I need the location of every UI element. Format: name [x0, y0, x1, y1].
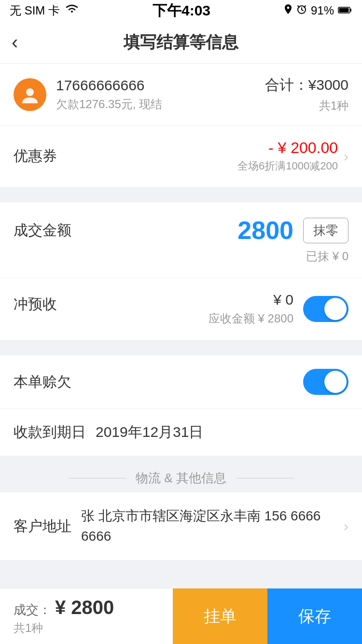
section-divider-1: [0, 195, 362, 202]
credit-card: 本单赊欠 收款到期日 2019年12月31日: [0, 355, 362, 456]
precollect-right: ¥ 0 应收金额 ¥ 2800: [209, 292, 348, 326]
svg-rect-2: [350, 9, 351, 12]
alarm-icon: [296, 4, 307, 17]
customer-phone: 17666666666: [56, 77, 162, 94]
address-section[interactable]: 客户地址 张 北京市市辖区海淀区永丰南 156 6666 6666 ›: [0, 492, 362, 560]
hang-button[interactable]: 挂单: [173, 588, 267, 644]
coupon-value: - ¥ 200.00: [237, 139, 338, 157]
address-chevron-icon: ›: [344, 518, 348, 534]
svg-point-4: [26, 88, 34, 96]
coupon-row[interactable]: 优惠券 - ¥ 200.00 全场6折满1000减200 ›: [0, 126, 362, 187]
bottom-total: 成交： ¥ 2800 共1种: [0, 597, 173, 636]
total-amount: 合计：¥3000: [265, 75, 348, 95]
deal-amount-card: 成交金额 2800 抹零 已抹 ¥ 0 冲预收 ¥ 0 应收金额 ¥ 2800: [0, 202, 362, 340]
status-right: 91%: [284, 4, 352, 17]
precollect-amount: ¥ 0: [209, 292, 293, 308]
precollect-label: 冲预收: [14, 292, 57, 314]
svg-rect-3: [339, 8, 348, 13]
round-button[interactable]: 抹零: [303, 218, 348, 243]
precollect-sub: 应收金额 ¥ 2800: [209, 311, 293, 326]
location-icon: [284, 4, 292, 17]
chevron-right-icon: ›: [344, 148, 348, 165]
avatar: [14, 78, 46, 111]
amount-row: 成交金额 2800 抹零: [14, 216, 348, 245]
duedate-value: 2019年12月31日: [96, 422, 203, 442]
bottom-deal-row: 成交： ¥ 2800: [14, 597, 159, 618]
total-count: 共1种: [265, 98, 348, 113]
address-value: 张 北京市市辖区海淀区永丰南 156 6666 6666: [81, 506, 344, 546]
logistics-divider: 物流 & 其他信息: [0, 463, 362, 492]
coupon-desc: 全场6折满1000减200: [237, 159, 338, 173]
sim-label: 无 SIM 卡: [10, 3, 60, 18]
battery-percent: 91%: [311, 4, 334, 17]
credit-section: 本单赊欠: [0, 355, 362, 408]
content-area: 17666666666 欠款1276.35元, 现结 合计：¥3000 共1种 …: [0, 64, 362, 644]
precollect-values: ¥ 0 应收金额 ¥ 2800: [209, 292, 293, 326]
status-time: 下午4:03: [153, 1, 210, 21]
amount-section: 成交金额 2800 抹零 已抹 ¥ 0: [0, 202, 362, 278]
customer-debt: 欠款1276.35元, 现结: [56, 97, 162, 112]
bottom-deal-amount: ¥ 2800: [55, 597, 114, 618]
customer-card: 17666666666 欠款1276.35元, 现结 合计：¥3000 共1种 …: [0, 64, 362, 187]
customer-row: 17666666666 欠款1276.35元, 现结 合计：¥3000 共1种: [0, 64, 362, 126]
status-bar: 无 SIM 卡 下午4:03 91%: [0, 0, 362, 21]
duedate-label: 收款到期日: [14, 422, 86, 442]
address-label: 客户地址: [14, 517, 71, 536]
battery-icon: [338, 4, 352, 17]
precollect-section: 冲预收 ¥ 0 应收金额 ¥ 2800: [0, 278, 362, 340]
precollect-row: 冲预收 ¥ 0 应收金额 ¥ 2800: [14, 292, 348, 326]
address-card: 客户地址 张 北京市市辖区海淀区永丰南 156 6666 6666 ›: [0, 492, 362, 560]
wifi-icon: [65, 4, 79, 17]
coupon-right: - ¥ 200.00 全场6折满1000减200 ›: [237, 139, 348, 173]
logistics-text: 物流 & 其他信息: [136, 470, 226, 487]
back-button[interactable]: ‹: [12, 31, 18, 53]
credit-toggle[interactable]: [303, 369, 348, 395]
section-divider-2: [0, 348, 362, 355]
bottom-bar: 成交： ¥ 2800 共1种 挂单 保存: [0, 588, 362, 644]
nav-bar: ‹ 填写结算等信息: [0, 21, 362, 64]
logistics-inner: 物流 & 其他信息: [68, 470, 294, 487]
page-title: 填写结算等信息: [124, 31, 238, 54]
precollect-toggle[interactable]: [303, 296, 348, 322]
status-left: 无 SIM 卡: [10, 3, 79, 18]
credit-label: 本单赊欠: [14, 372, 71, 392]
bottom-count: 共1种: [14, 620, 159, 636]
logistics-line-right: [236, 478, 294, 478]
save-button[interactable]: 保存: [267, 588, 362, 644]
amount-value: 2800: [237, 216, 293, 245]
bottom-deal-label: 成交：: [14, 602, 51, 618]
amount-label: 成交金额: [14, 221, 71, 240]
logistics-line-left: [68, 478, 126, 478]
customer-right: 合计：¥3000 共1种: [265, 75, 348, 113]
customer-info: 17666666666 欠款1276.35元, 现结: [56, 77, 162, 112]
amount-right: 2800 抹零: [237, 216, 348, 245]
coupon-right-block: - ¥ 200.00 全场6折满1000减200: [237, 139, 338, 173]
customer-left: 17666666666 欠款1276.35元, 现结: [14, 77, 162, 112]
duedate-section: 收款到期日 2019年12月31日: [0, 409, 362, 456]
amount-sub: 已抹 ¥ 0: [14, 249, 348, 264]
coupon-label: 优惠券: [14, 146, 57, 166]
